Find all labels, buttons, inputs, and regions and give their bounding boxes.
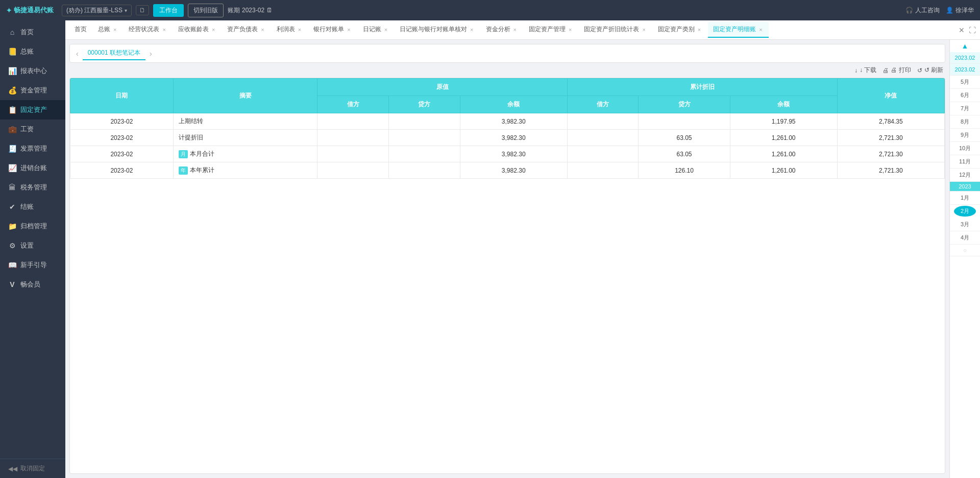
settings-icon: ⚙ [8,242,16,250]
support-button[interactable]: 🎧 人工咨询 [905,6,940,15]
tab-fa-detail-ledger-close[interactable]: × [758,26,763,33]
top-bar-right: 🎧 人工咨询 👤 徐泽华 [905,6,974,15]
sidebar-item-member[interactable]: V 畅会员 [0,275,65,294]
tab-fa-dep-stats[interactable]: 固定资产折旧统计表 × [579,22,651,38]
tab-bar: 首页 总账 × 经营状况表 × 应收账龄表 × 资产负债表 × 利润表 × [65,20,980,40]
sidebar-item-ledger[interactable]: 📒 总账 [0,42,65,61]
sidebar-item-close[interactable]: ✔ 结账 [0,197,65,217]
fixed-asset-detail-table: 日期 摘要 原值 累计折旧 净值 借方 贷方 余额 借方 [70,78,945,179]
tab-journal-bank-reconcile[interactable]: 日记账与银行对账单核对 × [395,22,479,38]
right-panel-up-arrow[interactable]: ▲ [962,42,969,50]
tab-journal[interactable]: 日记账 × [358,22,394,38]
table-row: 2023-02年本年累计3,982.30126.101,261.002,721.… [70,162,945,179]
refresh-button[interactable]: ↺ ↺ 刷新 [917,66,943,75]
tab-ledger-close[interactable]: × [112,26,117,33]
tab-fa-category-close[interactable]: × [697,26,702,33]
tab-fa-category[interactable]: 固定资产类别 × [653,22,707,38]
tab-journal-bank-reconcile-close[interactable]: × [469,26,474,33]
copy-button[interactable]: 🗋 [136,5,149,15]
sidebar-pin-toggle[interactable]: ◀◀ 取消固定 [0,459,65,478]
sub-tab-prev-arrow[interactable]: ‹ [74,50,81,58]
tab-balance-sheet[interactable]: 资产负债表 × [222,22,270,38]
right-panel-month-11[interactable]: 11月 [950,155,980,169]
tab-ledger[interactable]: 总账 × [93,22,122,38]
tab-business-status[interactable]: 经营状况表 × [124,22,172,38]
tab-home[interactable]: 首页 [69,22,92,38]
tab-maximize-icon[interactable]: ⛶ [969,26,976,34]
tab-fa-detail-ledger[interactable]: 固定资产明细账 × [708,22,768,38]
tab-fund-analysis-close[interactable]: × [512,26,518,33]
col-header-orig-balance: 余额 [460,96,567,113]
sub-tab-asset[interactable]: 000001 联想笔记本 [83,46,145,60]
content-area: 首页 总账 × 经营状况表 × 应收账龄表 × 资产负债表 × 利润表 × [65,20,980,478]
user-menu[interactable]: 👤 徐泽华 [946,6,974,15]
user-avatar-icon: 👤 [946,7,953,14]
sales-icon: 📈 [8,164,16,172]
right-panel-month-12[interactable]: 12月 [950,169,980,182]
sub-tab-next-arrow[interactable]: › [148,50,154,58]
col-header-depreciation-group: 累计折旧 [567,79,837,96]
download-button[interactable]: ↓ ↓ 下载 [854,66,876,75]
sidebar-item-invoices[interactable]: 🧾 发票管理 [0,139,65,158]
right-panel-month-5[interactable]: 5月 [950,76,980,89]
pin-icon: ◀◀ [8,465,17,472]
right-panel-month-2-active[interactable]: 2月 [954,206,976,217]
sidebar-item-funds[interactable]: 💰 资金管理 [0,81,65,100]
tab-bank-statement-close[interactable]: × [346,26,351,33]
right-panel-more-icon[interactable]: ○ [950,245,980,256]
fixed-assets-icon: 📋 [8,106,16,114]
company-selector[interactable]: (劝办) 江西服垂-LSS ▾ [62,5,132,16]
right-panel-month-8[interactable]: 8月 [950,115,980,129]
tab-bar-actions: ✕ ⛶ [959,26,976,34]
row-tag: 年 [179,166,188,175]
tab-ar-aging-close[interactable]: × [211,26,216,33]
tab-bank-statement[interactable]: 银行对账单 × [308,22,356,38]
right-panel-month-10[interactable]: 10月 [950,142,980,155]
tab-close-all-icon[interactable]: ✕ [959,26,965,34]
right-panel-month-9[interactable]: 9月 [950,129,980,142]
tab-fa-management-close[interactable]: × [568,26,573,33]
workspace-button[interactable]: 工作台 [153,4,184,17]
page-content: ‹ 000001 联想笔记本 › ↓ ↓ 下载 🖨 🖨 打印 [65,40,980,478]
main-layout: ⌂ 首页 📒 总账 📊 报表中心 💰 资金管理 📋 固定资产 💼 工资 🧾 发票… [0,20,980,478]
table-row: 2023-02上期结转3,982.301,197.952,784.35 [70,113,945,130]
col-header-date: 日期 [70,79,174,113]
row-tag: 月 [179,150,188,158]
table-row: 2023-02月本月合计3,982.3063.051,261.002,721.3… [70,146,945,162]
tab-balance-sheet-close[interactable]: × [260,26,265,33]
right-panel-month-3[interactable]: 3月 [950,218,980,231]
sidebar-item-home[interactable]: ⌂ 首页 [0,22,65,42]
period-calendar-icon[interactable]: 🗓 [266,7,273,14]
right-panel-month-4[interactable]: 4月 [950,231,980,245]
right-panel-date-2023-02-top[interactable]: 2023.02 [950,52,980,64]
tab-income-stmt-close[interactable]: × [297,26,302,33]
sidebar-item-settings[interactable]: ⚙ 设置 [0,236,65,255]
sidebar-item-fixed-assets[interactable]: 📋 固定资产 [0,100,65,119]
sidebar-item-tax[interactable]: 🏛 税务管理 [0,178,65,197]
tab-ar-aging[interactable]: 应收账龄表 × [173,22,221,38]
sidebar-item-sales-ledger[interactable]: 📈 进销台账 [0,158,65,178]
sidebar-item-reports[interactable]: 📊 报表中心 [0,61,65,81]
right-panel-date-2023-02-second[interactable]: 2023.02 [950,64,980,76]
main-panel: ‹ 000001 联想笔记本 › ↓ ↓ 下载 🖨 🖨 打印 [65,40,949,478]
tab-fund-analysis[interactable]: 资金分析 × [481,22,523,38]
member-icon: V [8,280,16,289]
col-header-summary: 摘要 [173,79,317,113]
tab-business-status-close[interactable]: × [161,26,166,33]
right-panel-month-6[interactable]: 6月 [950,89,980,102]
table-row: 2023-02计提折旧3,982.3063.051,261.002,721.30 [70,130,945,146]
print-button[interactable]: 🖨 🖨 打印 [883,66,911,75]
tab-income-stmt[interactable]: 利润表 × [272,22,307,38]
right-panel-month-1[interactable]: 1月 [950,192,980,205]
tab-journal-close[interactable]: × [383,26,388,33]
sidebar-item-payroll[interactable]: 💼 工资 [0,119,65,139]
switch-old-version-button[interactable]: 切到旧版 [188,4,224,17]
tab-fa-management[interactable]: 固定资产管理 × [524,22,578,38]
right-date-panel: ▲ 2023.02 2023.02 5月 6月 7月 8月 9月 10月 11月… [949,40,980,478]
sidebar-item-archive[interactable]: 📁 归档管理 [0,217,65,236]
period-display: 账期 2023-02 🗓 [228,6,273,15]
table-container: 日期 摘要 原值 累计折旧 净值 借方 贷方 余额 借方 [69,78,945,474]
right-panel-month-7[interactable]: 7月 [950,102,980,115]
sidebar-item-guide[interactable]: 📖 新手引导 [0,255,65,275]
tab-fa-dep-stats-close[interactable]: × [641,26,646,33]
